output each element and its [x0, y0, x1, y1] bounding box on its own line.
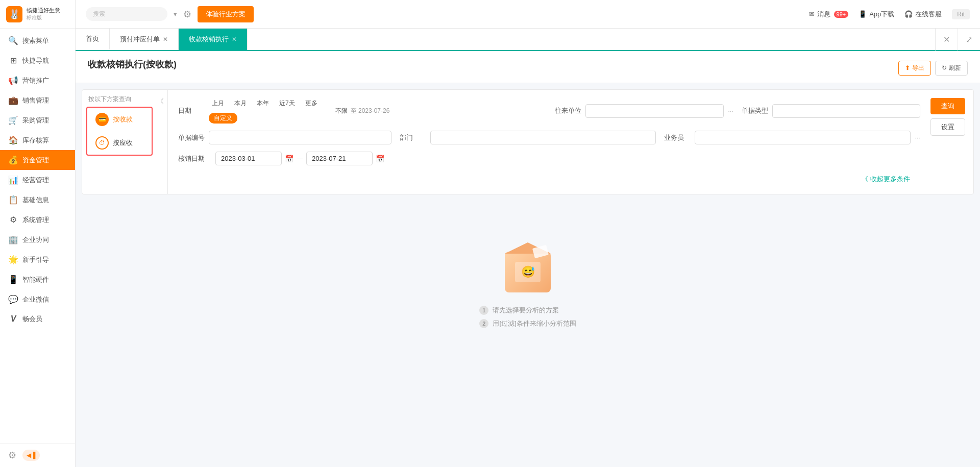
- salesperson-field: 业务员 ···: [664, 131, 920, 144]
- operations-icon: 📊: [8, 175, 18, 185]
- sales-icon: 💼: [8, 95, 18, 105]
- doc-no-input[interactable]: [209, 131, 391, 144]
- partner-picker-icon[interactable]: ···: [728, 107, 733, 115]
- more-conditions-button[interactable]: 《 收起更多条件: [855, 173, 916, 186]
- refresh-button[interactable]: ↻ 刷新: [935, 61, 968, 76]
- topbar-gear-icon[interactable]: ⚙: [183, 9, 191, 20]
- doc-type-label: 单据类型: [742, 106, 768, 115]
- industry-button[interactable]: 体验行业方案: [198, 6, 254, 22]
- filter-form: 日期 上月 本月 本年 近7天 更多 自定义 不限 至 2023-07-26: [168, 90, 930, 194]
- sidebar-item-basic-info[interactable]: 📋 基础信息: [0, 190, 75, 210]
- writeoff-date-field: 核销日期 📅 — 📅: [178, 152, 920, 165]
- sidebar-item-quick-nav[interactable]: ⊞ 快捷导航: [0, 51, 75, 70]
- date-7days[interactable]: 近7天: [276, 98, 298, 109]
- date-no-limit-group: 不限 至 2023-07-26: [335, 107, 390, 115]
- filter-by-receivable[interactable]: ⏱ 按应收: [87, 131, 152, 155]
- date-this-month[interactable]: 本月: [231, 98, 250, 109]
- message-button[interactable]: ✉ 消息 99+: [809, 10, 849, 19]
- sidebar-item-system[interactable]: ⚙ 系统管理: [0, 210, 75, 230]
- sidebar-item-enterprise[interactable]: 🏢 企业协同: [0, 230, 75, 250]
- sidebar-item-inventory[interactable]: 🏠 库存核算: [0, 130, 75, 150]
- logo-badge: 标准版: [27, 14, 60, 21]
- refresh-icon: ↻: [942, 64, 947, 71]
- sidebar-item-member[interactable]: V 畅会员: [0, 309, 75, 329]
- chevron-down-icon: ▾: [174, 10, 177, 18]
- sidebar-item-wechat[interactable]: 💬 企业微信: [0, 289, 75, 309]
- tab-home[interactable]: 首页: [76, 29, 110, 50]
- partner-input[interactable]: [585, 104, 724, 118]
- main-content: 搜索 ▾ ⚙ 体验行业方案 ✉ 消息 99+ 📱 App下载 🎧 在线客服 Ri…: [76, 0, 980, 467]
- salesperson-input[interactable]: [695, 131, 911, 144]
- date-custom[interactable]: 自定义: [209, 113, 237, 124]
- department-select[interactable]: [430, 131, 656, 144]
- topbar-search-hint: 搜索: [86, 7, 167, 21]
- settings-button[interactable]: 设置: [930, 118, 965, 136]
- settings-icon[interactable]: ⚙: [8, 450, 16, 461]
- app-logo: 🐰 畅捷通好生意 标准版: [0, 0, 75, 29]
- message-icon: ✉: [809, 10, 815, 18]
- tab-close-writeoff[interactable]: ✕: [232, 36, 237, 43]
- chevron-up-icon: 《: [862, 175, 868, 184]
- filter-by-receipt[interactable]: 💳 按收款: [87, 108, 152, 131]
- sidebar-item-operations[interactable]: 📊 经营管理: [0, 170, 75, 190]
- user-avatar[interactable]: Rit: [952, 9, 970, 19]
- tab-close-prepaid[interactable]: ✕: [163, 36, 168, 43]
- sidebar-item-sales[interactable]: 💼 销售管理: [0, 90, 75, 110]
- tabbar: 首页 预付冲应付单 ✕ 收款核销执行 ✕ ✕ ⤢: [76, 29, 980, 51]
- doc-type-field: 单据类型: [742, 104, 920, 118]
- more-conditions: 《 收起更多条件: [178, 173, 920, 186]
- collapse-sidebar-button[interactable]: ◀▐: [22, 450, 40, 461]
- sidebar-nav: 🔍 搜索菜单 ⊞ 快捷导航 📢 营销推广 💼 销售管理 🛒 采购管理 🏠 库存核…: [0, 29, 75, 443]
- department-label: 部门: [400, 133, 426, 142]
- content-area: 收款核销执行(按收款) ⬆ 导出 ↻ 刷新 按以下方案查询 💳: [76, 51, 980, 467]
- tab-prepaid[interactable]: 预付冲应付单 ✕: [110, 29, 179, 50]
- writeoff-date-end[interactable]: [306, 152, 373, 165]
- sidebar-item-finance[interactable]: 💰 资金管理: [0, 150, 75, 170]
- collapse-filter-button[interactable]: 《: [157, 90, 168, 194]
- sidebar-item-hardware[interactable]: 📱 智能硬件: [0, 269, 75, 289]
- marketing-icon: 📢: [8, 76, 18, 85]
- tab-writeoff[interactable]: 收款核销执行 ✕: [179, 29, 248, 50]
- doc-no-field: 单据编号: [178, 131, 391, 144]
- filter-row-3: 核销日期 📅 — 📅: [178, 152, 920, 165]
- empty-hints: 1 请先选择要分析的方案 2 用[过滤]条件来缩小分析范围: [479, 306, 576, 328]
- search-icon: 🔍: [8, 36, 18, 45]
- sidebar-item-purchase[interactable]: 🛒 采购管理: [0, 110, 75, 130]
- guide-icon: 🌟: [8, 255, 18, 264]
- mobile-icon: 📱: [859, 10, 867, 18]
- query-button[interactable]: 查询: [930, 98, 965, 114]
- topbar-left: 搜索 ▾ ⚙ 体验行业方案: [86, 6, 254, 22]
- date-more[interactable]: 更多: [302, 98, 321, 109]
- online-service-button[interactable]: 🎧 在线客服: [904, 10, 942, 19]
- sidebar-item-search[interactable]: 🔍 搜索菜单: [0, 31, 75, 51]
- filter-row-2: 单据编号 部门 业务员 ···: [178, 131, 920, 144]
- empty-state: 😅 1 请先选择要分析的方案 2 用[过滤]条件来缩小分析范围: [76, 201, 980, 359]
- close-tab-button[interactable]: ✕: [935, 28, 958, 51]
- doc-type-select[interactable]: [772, 104, 920, 118]
- empty-hint-1: 1 请先选择要分析的方案: [479, 306, 576, 315]
- filter-option-group: 💳 按收款 ⏱ 按应收: [86, 107, 153, 156]
- calendar-end-icon[interactable]: 📅: [376, 155, 384, 163]
- maximize-tab-button[interactable]: ⤢: [958, 28, 980, 51]
- topbar: 搜索 ▾ ⚙ 体验行业方案 ✉ 消息 99+ 📱 App下载 🎧 在线客服 Ri…: [76, 0, 980, 29]
- export-button[interactable]: ⬆ 导出: [898, 61, 931, 76]
- date-last-month[interactable]: 上月: [209, 98, 227, 109]
- date-this-year[interactable]: 本年: [254, 98, 272, 109]
- enterprise-icon: 🏢: [8, 235, 18, 244]
- sidebar-item-marketing[interactable]: 📢 营销推广: [0, 70, 75, 90]
- export-icon: ⬆: [905, 64, 910, 71]
- app-download-button[interactable]: 📱 App下载: [859, 10, 894, 19]
- writeoff-date-start[interactable]: [215, 152, 282, 165]
- message-badge: 99+: [834, 11, 849, 18]
- writeoff-date-label: 核销日期: [178, 154, 211, 163]
- sidebar-item-guide[interactable]: 🌟 新手引导: [0, 250, 75, 269]
- filter-sidebar-wrapper: 按以下方案查询 💳 按收款 ⏱ 按应收: [82, 90, 157, 194]
- partner-field: 往来单位 ···: [555, 104, 733, 118]
- date-shortcuts: 上月 本月 本年 近7天 更多 自定义: [209, 98, 327, 124]
- department-field: 部门: [400, 131, 656, 144]
- sidebar: 🐰 畅捷通好生意 标准版 🔍 搜索菜单 ⊞ 快捷导航 📢 营销推广 💼 销售管理…: [0, 0, 76, 467]
- date-field: 日期 上月 本月 本年 近7天 更多 自定义: [178, 98, 327, 124]
- salesperson-picker-icon[interactable]: ···: [915, 134, 920, 141]
- writeoff-date-group: 📅 — 📅: [215, 152, 384, 165]
- calendar-start-icon[interactable]: 📅: [285, 155, 293, 163]
